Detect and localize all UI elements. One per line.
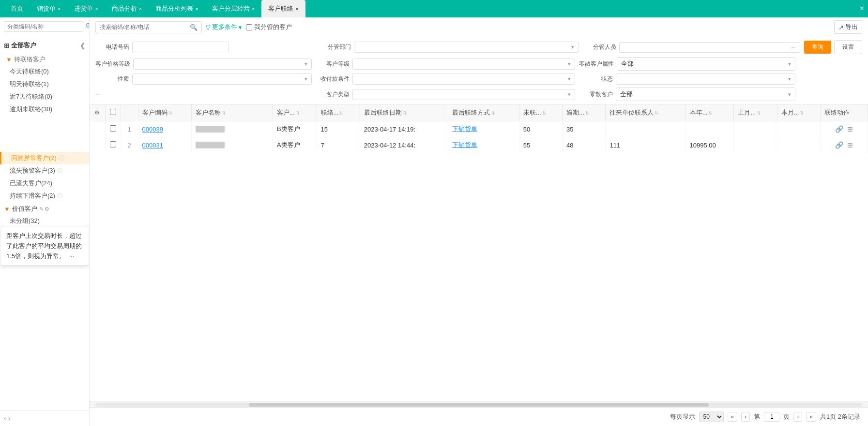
status-select[interactable]: ▾: [616, 73, 795, 85]
sidebar-prev-icon[interactable]: ‹: [4, 414, 6, 422]
th-customer-name[interactable]: 客户名称 ⇅: [192, 104, 273, 121]
th-overdue[interactable]: 逾期... ⇅: [563, 104, 606, 121]
export-button[interactable]: ↗ 导出: [834, 20, 862, 34]
sidebar-search-icon[interactable]: 🔍: [85, 23, 90, 30]
tooltip-more-icon[interactable]: ···: [69, 252, 74, 260]
row1-last-contact-method[interactable]: 下销货单: [448, 121, 519, 137]
sidebar-churned[interactable]: 已流失客户(24): [0, 177, 89, 190]
nav-sales-close-icon[interactable]: ×: [58, 6, 61, 12]
main-search-icon[interactable]: 🔍: [190, 24, 198, 31]
phone-input[interactable]: [132, 42, 229, 53]
th-last-month[interactable]: 上月... ⇅: [734, 104, 777, 121]
nav-contact-close-icon[interactable]: ×: [295, 6, 298, 12]
last-page-button[interactable]: »: [806, 412, 816, 422]
filter-more-dots[interactable]: ···: [95, 90, 101, 98]
overdue-sort-icon: ⇅: [585, 110, 589, 116]
window-close-button[interactable]: ×: [860, 4, 864, 13]
division-person-select[interactable]: ···: [619, 42, 800, 53]
nature-field: 性质 ▾: [95, 73, 312, 85]
nav-sales-order[interactable]: 销货单 ×: [30, 0, 67, 17]
row2-name[interactable]: [192, 137, 273, 153]
th-contact-count[interactable]: 联络... ⇅: [317, 104, 360, 121]
settings-button[interactable]: 设置: [834, 40, 862, 54]
value-arrow-icon: ▼: [4, 206, 10, 213]
sidebar-overdue-pending[interactable]: 逾期未联络(30): [0, 103, 89, 116]
sidebar-repurchase-abnormal[interactable]: 回购异常客户(2) ⓘ: [0, 152, 89, 164]
page-number-input[interactable]: [764, 412, 779, 422]
sidebar-today-pending[interactable]: 今天待联络(0): [0, 65, 89, 78]
row1-link-icon[interactable]: 🔗: [835, 125, 843, 133]
th-last-contact-date[interactable]: 最后联络日期 ⇅: [360, 104, 448, 121]
first-page-button[interactable]: «: [728, 412, 738, 422]
query-button[interactable]: 查询: [804, 41, 831, 54]
sidebar-declining[interactable]: 持续下滑客户(2) ⓘ: [0, 190, 89, 202]
sidebar-next-icon[interactable]: ›: [8, 414, 11, 422]
row2-checkbox[interactable]: [110, 141, 116, 147]
row2-code[interactable]: 000031: [138, 137, 192, 153]
churn-warning-info-icon[interactable]: ⓘ: [57, 167, 62, 175]
retail-attr-select[interactable]: 全部 ▾: [617, 57, 795, 71]
sidebar-collapse-icon[interactable]: ❮: [80, 42, 85, 49]
th-this-year[interactable]: 本年... ⇅: [685, 104, 734, 121]
th-customer-code[interactable]: 客户编码 ⇅: [138, 104, 192, 121]
my-customer-checkbox[interactable]: [246, 24, 252, 30]
sidebar-tomorrow-pending[interactable]: 明天待联络(1): [0, 78, 89, 90]
th-this-month[interactable]: 本月... ⇅: [777, 104, 820, 121]
th-settings[interactable]: ⚙: [90, 104, 105, 121]
all-customers-header[interactable]: ⊞ 全部客户 ❮: [0, 38, 89, 53]
prev-page-button[interactable]: ‹: [741, 412, 750, 422]
payment-terms-select[interactable]: ▾: [352, 73, 575, 85]
page-size-label: 每页显示: [670, 412, 695, 421]
th-last-contact-method[interactable]: 最后联络方式 ⇅: [448, 104, 519, 121]
page-size-select[interactable]: 50 100 200: [699, 411, 724, 422]
table-header-row: ⚙ 客户编码 ⇅ 客户名称: [90, 104, 868, 121]
value-edit-icon[interactable]: ✎: [39, 206, 44, 212]
next-page-button[interactable]: ›: [793, 412, 802, 422]
repurchase-info-icon[interactable]: ⓘ: [59, 154, 64, 162]
row2-checkbox-cell: [105, 137, 121, 153]
total-records-label: 共1页 2条记录: [820, 412, 860, 421]
sidebar-7day-pending[interactable]: 近7天待联络(0): [0, 90, 89, 103]
nav-product-list-close-icon[interactable]: ×: [195, 6, 198, 12]
hscroll-thumb[interactable]: [249, 403, 709, 407]
more-filter-button[interactable]: ▽ 更多条件 ▾: [206, 23, 242, 31]
my-customer-checkbox-area[interactable]: 我分管的客户: [246, 23, 292, 31]
nav-purchase-close-icon[interactable]: ×: [95, 6, 98, 12]
row2-this-month: [777, 137, 820, 153]
row1-code[interactable]: 000039: [138, 121, 192, 137]
nav-customer-contact[interactable]: 客户联络 ×: [261, 0, 305, 17]
nature-select[interactable]: ▾: [132, 73, 312, 85]
nav-product-analysis[interactable]: 商品分析 ×: [105, 0, 149, 17]
main-search-input[interactable]: [100, 24, 188, 30]
declining-info-icon[interactable]: ⓘ: [57, 192, 62, 200]
th-unpending[interactable]: 未联... ⇅: [519, 104, 562, 121]
filter-row-1: 电话号码 分管部门 ▾ 分管人员 ···: [95, 40, 862, 54]
price-level-select[interactable]: ▾: [133, 59, 312, 70]
sidebar-churn-warning[interactable]: 流失预警客户(3) ⓘ: [0, 164, 89, 177]
nav-product-analysis-list[interactable]: 商品分析列表 ×: [149, 0, 205, 17]
th-unit-contact[interactable]: 往来单位联系人 ⇅: [606, 104, 685, 121]
nav-purchase-order[interactable]: 进货单 ×: [67, 0, 105, 17]
row1-checkbox[interactable]: [110, 125, 116, 132]
division-dept-select[interactable]: ▾: [354, 42, 579, 53]
value-settings-icon[interactable]: ⚙: [45, 206, 49, 212]
nav-product-analysis-close-icon[interactable]: ×: [139, 6, 142, 12]
nav-segment-close-icon[interactable]: ×: [252, 6, 255, 12]
pending-contact-section[interactable]: ▼ 待联络客户: [0, 53, 89, 65]
retail-customer-select[interactable]: 全部 ▾: [616, 88, 795, 101]
select-all-checkbox[interactable]: [110, 109, 116, 115]
value-customer-group-header[interactable]: ▼ 价值客户 ✎ ⚙: [0, 202, 89, 215]
sidebar-search-input[interactable]: [4, 21, 83, 32]
nav-customer-segment[interactable]: 客户分层经营 ×: [205, 0, 261, 17]
customer-type-select[interactable]: ▾: [352, 89, 575, 100]
horizontal-scrollbar[interactable]: [90, 401, 868, 407]
th-customer-level[interactable]: 客户... ⇅: [273, 104, 317, 121]
row2-last-contact-method[interactable]: 下销货单: [448, 137, 519, 153]
row1-name[interactable]: [192, 121, 273, 137]
nav-home[interactable]: 首页: [4, 0, 30, 17]
customer-level-select[interactable]: ▾: [352, 59, 575, 70]
sidebar-ungrouped[interactable]: 未分组(32): [0, 215, 89, 227]
row2-grid-icon[interactable]: ⊞: [847, 141, 853, 149]
row1-grid-icon[interactable]: ⊞: [847, 125, 853, 133]
row2-link-icon[interactable]: 🔗: [835, 141, 843, 149]
